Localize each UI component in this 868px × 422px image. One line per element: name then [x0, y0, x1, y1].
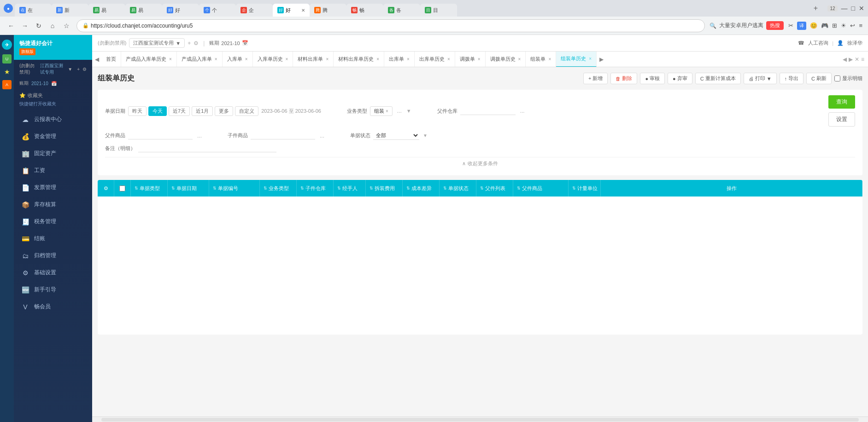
tab-collapse-icon[interactable]: ◀ — [843, 56, 847, 63]
th-bill-type[interactable]: ⇅ 单据类型 — [131, 180, 168, 197]
date-btn-more[interactable]: 更多 — [215, 106, 233, 116]
nav-tab-clckd-history[interactable]: 材料出库单历史 × — [334, 52, 384, 67]
nav-tab-close-ckdh[interactable]: × — [447, 57, 450, 62]
th-cost-diff[interactable]: ⇅ 成本差异 — [403, 180, 440, 197]
company-name[interactable]: 江西服宝测试专用 — [40, 63, 65, 75]
horizontal-scrollbar[interactable] — [92, 416, 868, 422]
th-bill-no[interactable]: ⇅ 单据编号 — [209, 180, 260, 197]
export-btn[interactable]: ↑ 导出 — [780, 73, 804, 84]
parent-product-input[interactable] — [128, 132, 193, 139]
tab-ge2[interactable]: 各 各 — [383, 4, 420, 17]
biz-type-dropdown[interactable]: ▼ — [406, 108, 411, 114]
audit-btn[interactable]: ● 审核 — [640, 73, 665, 84]
biz-type-more-btn[interactable]: ... — [397, 108, 402, 114]
nav-tab-ckdh[interactable]: 出库单历史 × — [415, 52, 455, 67]
service-label[interactable]: 人工咨询 — [808, 40, 828, 46]
parent-warehouse-more[interactable]: ... — [520, 108, 525, 114]
new-btn[interactable]: + 新增 — [583, 73, 608, 84]
show-detail-checkbox[interactable] — [834, 75, 840, 81]
edge-icon-2[interactable]: A — [2, 80, 12, 89]
th-parent-list[interactable]: ⇅ 父件列表 — [476, 180, 513, 197]
tab-teng[interactable]: 腾 腾 — [310, 4, 346, 17]
sidebar-item-inventory[interactable]: 📦 库存核算 — [14, 196, 92, 213]
sidebar-item-guide[interactable]: 🆕 新手引导 — [14, 281, 92, 298]
sub-product-input[interactable] — [251, 132, 315, 139]
date-btn-1month[interactable]: 近1月 — [192, 106, 213, 116]
tab-scroll-right[interactable]: ▶ — [597, 56, 606, 63]
sidebar-item-fund-mgmt[interactable]: 💰 资金管理 — [14, 128, 92, 145]
nav-tab-clckd[interactable]: 材料出库单 × — [293, 52, 334, 67]
nav-tab-close-clckd[interactable]: × — [326, 57, 328, 62]
nav-tab-close-ccrkd[interactable]: × — [215, 57, 217, 62]
favorites-shortcut-hint[interactable]: 快捷键打开收藏夹 — [19, 101, 87, 107]
th-sub-warehouse[interactable]: ⇅ 子件仓库 — [297, 180, 334, 197]
company-dropdown-icon[interactable]: ▼ — [68, 67, 72, 72]
calendar-icon[interactable]: 📅 — [51, 81, 57, 86]
tab-close-hao2[interactable]: ✕ — [301, 8, 305, 13]
forward-button[interactable]: → — [19, 20, 30, 31]
nav-tab-close-clckdh[interactable]: × — [376, 57, 379, 62]
sidebar-item-tax[interactable]: 🧾 税务管理 — [14, 213, 92, 230]
add-company-icon[interactable]: + — [77, 67, 80, 72]
tab-mu[interactable]: 目 目 — [420, 4, 457, 17]
sidebar-item-archive[interactable]: 🗂 归档管理 — [14, 247, 92, 264]
nav-tab-ccrkd-history[interactable]: 产成品入库单历史 × — [121, 52, 177, 67]
sidebar-item-payroll[interactable]: 📋 工资 — [14, 162, 92, 179]
url-bar[interactable]: 🔒 https://cloud.chanjet.com/accounting/u… — [76, 19, 705, 32]
th-unit[interactable]: ⇅ 计量单位 — [569, 180, 601, 197]
win-minimize[interactable]: — — [841, 5, 848, 12]
nav-tab-close-ccrkdh[interactable]: × — [169, 57, 172, 62]
nav-tab-dbd[interactable]: 调拨单 × — [455, 52, 486, 67]
home-button[interactable]: ⌂ — [47, 20, 58, 31]
company-selector-btn[interactable]: 江西服宝测试专用 ▼ — [129, 38, 185, 48]
nav-tab-close-rkd[interactable]: × — [245, 57, 248, 62]
sidebar-item-fixed-assets[interactable]: 🏢 固定资产 — [14, 145, 92, 162]
remark-input[interactable] — [138, 145, 276, 152]
tab-hao2[interactable]: 好 好 ✕ — [273, 4, 310, 17]
tab-yi2[interactable]: 易 易 — [125, 4, 162, 17]
nav-tab-rkd-history[interactable]: 入库单历史 × — [253, 52, 293, 67]
th-settings[interactable]: ⚙ — [98, 180, 114, 197]
tab-scroll-left[interactable]: ◀ — [92, 56, 101, 63]
nav-tab-close-rkdh[interactable]: × — [286, 57, 288, 62]
gear-icon-bar[interactable]: ⚙ — [194, 40, 199, 46]
scrollbar-track[interactable] — [101, 418, 859, 422]
tab-xin[interactable]: 新 新 — [52, 4, 88, 17]
nav-tab-home[interactable]: 首页 — [101, 52, 121, 67]
date-btn-custom[interactable]: 自定义 — [235, 106, 258, 116]
tab-qi[interactable]: 企 企 — [236, 4, 273, 17]
th-biz-type[interactable]: ⇅ 业务类型 — [260, 180, 297, 197]
tab-more-icon[interactable]: ≡ — [861, 56, 864, 63]
nav-tab-zzdh[interactable]: 组装单历史 × — [556, 52, 597, 67]
nav-tab-dbdh[interactable]: 调拨单历史 × — [486, 52, 526, 67]
th-bill-status[interactable]: ⇅ 单据状态 — [440, 180, 476, 197]
parent-warehouse-input[interactable] — [460, 107, 516, 115]
settings-company-icon[interactable]: ⚙ — [82, 67, 87, 72]
query-button[interactable]: 查询 — [828, 95, 855, 109]
tab-close-all-icon[interactable]: ✕ — [855, 56, 859, 63]
nav-tab-rkd[interactable]: 入库单 × — [223, 52, 253, 67]
period-btn[interactable]: 账期 2021-10 📅 — [209, 40, 248, 46]
biz-type-tag-remove[interactable]: × — [386, 109, 388, 114]
sidebar-item-cloud-report[interactable]: ☁ 云报表中心 — [14, 111, 92, 128]
tab-chang[interactable]: 畅 畅 — [346, 4, 383, 17]
select-all-checkbox[interactable] — [119, 185, 125, 191]
th-handler[interactable]: ⇅ 经手人 — [334, 180, 366, 197]
print-btn[interactable]: 🖨 打印 ▼ — [744, 73, 777, 84]
tab-ge[interactable]: 个 个 — [199, 4, 236, 17]
parent-product-more[interactable]: ... — [197, 133, 202, 139]
date-btn-today[interactable]: 今天 — [148, 106, 167, 116]
sub-product-more[interactable]: ... — [320, 133, 324, 139]
edge-icon-star[interactable]: ★ — [4, 68, 10, 75]
filter-collapse-btn[interactable]: ∧ 收起更多条件 — [105, 157, 855, 170]
show-detail-checkbox-label[interactable]: 显示明细 — [834, 75, 862, 82]
tab-hao1[interactable]: 好 好 — [162, 4, 199, 17]
win-maximize[interactable]: □ — [851, 5, 855, 12]
set-button[interactable]: 设置 — [828, 112, 855, 127]
hot-search-badge[interactable]: 热搜 — [766, 21, 784, 30]
nav-tab-close-dbd[interactable]: × — [478, 57, 481, 62]
plus-icon-bar[interactable]: + — [188, 40, 191, 46]
sidebar-item-member[interactable]: V 畅会员 — [14, 298, 92, 315]
sidebar-item-invoice[interactable]: 📄 发票管理 — [14, 179, 92, 196]
win-close[interactable]: ✕ — [859, 5, 864, 12]
